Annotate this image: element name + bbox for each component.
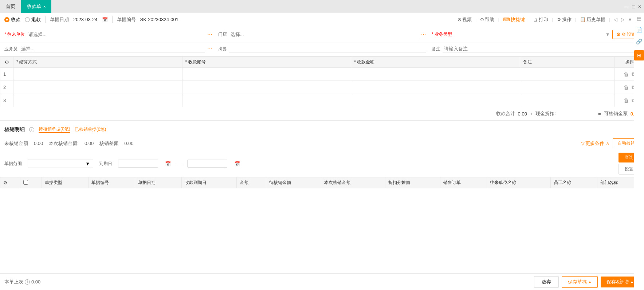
sidebar-doc-icon[interactable]: 📄 bbox=[636, 27, 642, 33]
table-settings-col[interactable]: ⚙ bbox=[0, 57, 13, 68]
table-gear-icon[interactable]: ⚙ bbox=[5, 59, 9, 65]
verify-stats-right: ▽ 更多条件 ∧ 自动核销 bbox=[581, 138, 640, 148]
discount-input[interactable] bbox=[559, 110, 595, 117]
verify-header: 核销明细 i 待核销单据(0笔) 已核销单据(0笔) bbox=[0, 123, 644, 136]
counterpart-more-btn[interactable]: ··· bbox=[207, 32, 212, 38]
window-controls: — □ × bbox=[624, 4, 644, 9]
remark-cell-1[interactable] bbox=[520, 68, 614, 81]
doc-date-value[interactable]: 2023-03-24 bbox=[73, 17, 98, 22]
date-from-input[interactable]: 2022-04-01 bbox=[118, 160, 158, 168]
more-conditions-btn[interactable]: ▽ 更多条件 ∧ bbox=[581, 140, 610, 147]
remark-cell-2[interactable] bbox=[520, 81, 614, 94]
doc-no-label: 单据编号 bbox=[117, 16, 136, 23]
delete-icon-1[interactable]: 🗑 bbox=[624, 71, 629, 77]
summary-label: 摘要 bbox=[218, 46, 227, 52]
settlement-cell-2[interactable] bbox=[13, 81, 182, 94]
row-num-1: 1 bbox=[0, 68, 13, 81]
account-cell-3[interactable] bbox=[182, 94, 351, 107]
counterpart-field: * 往来单位 ··· bbox=[4, 30, 212, 39]
table-row: 1 🗑 ⧉ bbox=[0, 68, 644, 81]
remark-input[interactable] bbox=[443, 45, 640, 52]
tab-close-icon[interactable]: × bbox=[43, 0, 46, 13]
counterpart-input[interactable] bbox=[27, 31, 205, 38]
print-btn[interactable]: 🖨 打印 bbox=[533, 16, 548, 23]
biz-type-field: * 业务类型 预收款 ▼ ⚙ ⚙ 设置 bbox=[432, 30, 640, 39]
tab-receipt[interactable]: 收款单 × bbox=[21, 0, 51, 13]
diff-value: 0.00 bbox=[124, 141, 133, 146]
plus-sign: + bbox=[530, 111, 533, 117]
prev-order-info-icon[interactable]: i bbox=[25, 279, 30, 285]
discard-btn[interactable]: 放弃 bbox=[534, 276, 559, 288]
nav-prev-icon[interactable]: ◁ bbox=[614, 17, 617, 22]
footer: 本单上次 i 0.00 放弃 保存草稿 ▲ 保存&新增 ▲ bbox=[0, 273, 644, 290]
gear-icon: ⚙ bbox=[616, 32, 621, 37]
total-value: 0.00 bbox=[518, 111, 527, 117]
date-to-calendar-icon[interactable]: 📅 bbox=[234, 161, 240, 166]
receipt-radio-dot bbox=[4, 17, 9, 22]
sidebar-table-icon[interactable]: ▤ bbox=[637, 15, 641, 21]
store-field: 门店 ··· bbox=[218, 30, 426, 39]
col-counterpart: 往来单位名称 bbox=[487, 177, 550, 188]
receipt-table: ⚙ * 结算方式 * 收款账号 * 收款金额 备注 操作 1 bbox=[0, 56, 644, 107]
col-collect-date: 收款到期日 bbox=[181, 177, 237, 188]
settlement-cell-1[interactable] bbox=[13, 68, 182, 81]
salesperson-more-btn[interactable]: ··· bbox=[207, 46, 212, 52]
save-draft-btn[interactable]: 保存草稿 ▲ bbox=[562, 276, 598, 288]
receipt-radio[interactable]: 收款 bbox=[4, 16, 20, 23]
amount-cell-2[interactable] bbox=[351, 81, 520, 94]
filter-range-select[interactable]: ▼ bbox=[28, 160, 93, 168]
save-draft-caret: ▲ bbox=[588, 280, 592, 284]
row-num-2: 2 bbox=[0, 81, 13, 94]
sidebar-expand-icon[interactable]: ⊞ bbox=[634, 50, 644, 60]
calendar-icon[interactable]: 📅 bbox=[102, 17, 108, 22]
verify-title: 核销明细 bbox=[4, 126, 25, 133]
remark-field: 备注 bbox=[432, 45, 640, 52]
layout-icon[interactable]: ≡ bbox=[628, 17, 631, 22]
biz-type-input[interactable]: 预收款 bbox=[454, 31, 603, 38]
amount-cell-3[interactable] bbox=[351, 94, 520, 107]
tab-bar: 首页 收款单 × — □ × bbox=[0, 0, 644, 13]
verify-info-icon[interactable]: i bbox=[29, 127, 34, 132]
top-toolbar: 收款 退款 单据日期 2023-03-24 📅 单据编号 SK-20230324… bbox=[0, 13, 644, 26]
nav-next-icon[interactable]: ▷ bbox=[621, 17, 625, 22]
done-tab[interactable]: 已核销单据(0笔) bbox=[75, 126, 106, 133]
store-more-btn[interactable]: ··· bbox=[421, 32, 426, 38]
form-row1: * 往来单位 ··· 门店 ··· * 业务类型 预收款 ▼ ⚙ ⚙ 设置 bbox=[0, 26, 644, 43]
amount-cell-1[interactable] bbox=[351, 68, 520, 81]
refund-radio[interactable]: 退款 bbox=[25, 16, 41, 23]
delete-icon-2[interactable]: 🗑 bbox=[624, 85, 629, 90]
video-btn[interactable]: ⊙ 视频 bbox=[458, 16, 472, 23]
close-icon[interactable]: × bbox=[638, 4, 641, 9]
maximize-icon[interactable]: □ bbox=[632, 4, 635, 9]
col-checkbox-bottom[interactable] bbox=[20, 177, 42, 188]
history-btn[interactable]: 📋 历史单据 bbox=[580, 16, 605, 23]
ops-btn[interactable]: ⚙ 操作 bbox=[557, 16, 572, 23]
account-cell-2[interactable] bbox=[182, 81, 351, 94]
print-icon: 🖨 bbox=[533, 17, 538, 22]
store-input[interactable] bbox=[229, 31, 419, 38]
sidebar-link-icon[interactable]: 🔗 bbox=[636, 39, 642, 44]
settlement-cell-3[interactable] bbox=[13, 94, 182, 107]
biz-type-dropdown-icon[interactable]: ▼ bbox=[605, 32, 610, 37]
tab-home[interactable]: 首页 bbox=[0, 0, 21, 13]
date-from-calendar-icon[interactable]: 📅 bbox=[165, 161, 171, 166]
account-cell-1[interactable] bbox=[182, 68, 351, 81]
select-all-checkbox[interactable] bbox=[23, 180, 28, 185]
delete-icon-3[interactable]: 🗑 bbox=[624, 98, 629, 103]
ops-icon: ⚙ bbox=[557, 17, 561, 22]
summary-input[interactable] bbox=[229, 45, 426, 52]
date-to-input[interactable]: 2022-04-12 bbox=[187, 160, 227, 168]
col-account: * 收款账号 bbox=[182, 57, 351, 68]
salesperson-input[interactable] bbox=[20, 45, 205, 52]
minimize-icon[interactable]: — bbox=[624, 4, 629, 9]
pending-tab[interactable]: 待核销单据(0笔) bbox=[39, 126, 70, 133]
shortcut-btn[interactable]: ⌨ 快捷键 bbox=[503, 16, 525, 23]
diff-label: 核销差额 bbox=[99, 140, 118, 147]
form-row2: 业务员 ··· 摘要 备注 bbox=[0, 43, 644, 56]
col-gear-bottom[interactable]: ⚙ bbox=[0, 177, 20, 188]
remark-cell-3[interactable] bbox=[520, 94, 614, 107]
toolbar-divider bbox=[45, 16, 46, 23]
help-btn[interactable]: ⊙ 帮助 bbox=[480, 16, 494, 23]
row-num-3: 3 bbox=[0, 94, 13, 107]
col-this-verify: 本次核销金额 bbox=[321, 177, 385, 188]
